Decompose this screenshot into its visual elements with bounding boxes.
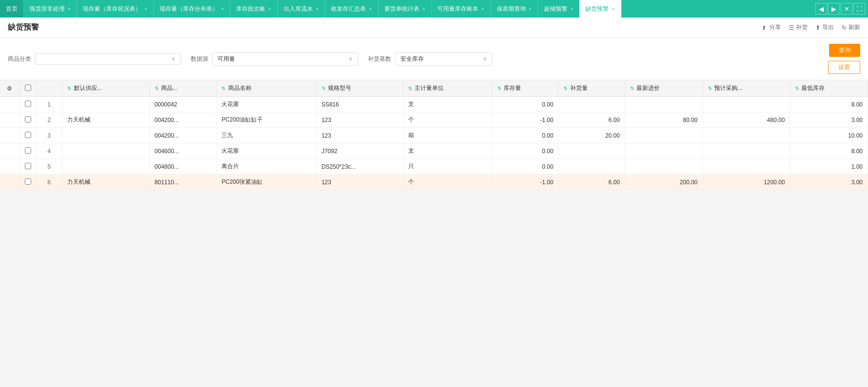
th-stock[interactable]: ⇅ 库存量 [492, 80, 559, 97]
table-row: 4004600...火花塞J7092支0.008.00 [0, 143, 868, 159]
replenish-base-select[interactable]: 安全库存 ∨ [395, 53, 492, 66]
th-checkbox[interactable] [19, 80, 36, 97]
th-spec[interactable]: ⇅ 规格型号 [316, 80, 403, 97]
td-product-code: 004200... [149, 128, 217, 143]
td-checkbox[interactable] [19, 159, 36, 175]
datasource-select[interactable]: 可用量 ∨ [212, 53, 358, 66]
nav-next-button[interactable]: ▶ [828, 3, 840, 15]
td-min-stock: 10.00 [790, 128, 868, 143]
replenish-icon: ☰ [789, 24, 794, 31]
td-estimated-purchase [703, 159, 790, 175]
th-default-supplier-label: 默认供应... [74, 85, 102, 91]
category-select[interactable]: ∨ [35, 53, 181, 65]
td-checkbox[interactable] [19, 128, 36, 143]
nav-tab-shortage-label: 缺货预警 [585, 5, 609, 13]
nav-tab-inout-flow-close[interactable]: × [316, 6, 319, 12]
td-spec: 123 [316, 128, 403, 143]
table-row: 3004200...三九123箱0.0020.0010.00 [0, 128, 868, 143]
td-checkbox[interactable] [19, 175, 36, 190]
row-checkbox[interactable] [25, 147, 31, 154]
nav-tab-expiry-close[interactable]: × [529, 6, 532, 12]
sort-spec-icon: ⇅ [322, 86, 326, 91]
td-gear [0, 175, 19, 190]
sort-min-stock-icon: ⇅ [795, 86, 799, 91]
nav-tab-inout-flow-label: 出入库流水 [284, 5, 313, 13]
th-unit[interactable]: ⇅ 主计量单位 [403, 80, 492, 97]
refresh-button[interactable]: ↻ 刷新 [842, 23, 860, 32]
query-button[interactable]: 查询 [829, 44, 860, 57]
nav-tab-recv-summary[interactable]: 收发存汇总表 × [325, 0, 378, 18]
header-actions: ⮭ 分享 ☰ 补货 ⬆ 导出 ↻ 刷新 [761, 23, 860, 32]
td-replenish-qty [559, 97, 625, 112]
td-latest-price: 200.00 [625, 175, 703, 190]
td-checkbox[interactable] [19, 97, 36, 112]
nav-tab-inventory-status-close[interactable]: × [144, 6, 147, 12]
row-checkbox[interactable] [25, 132, 31, 138]
td-product-name: PC200油缸缸子 [217, 112, 316, 128]
nav-tab-batch-account-close[interactable]: × [268, 6, 271, 12]
nav-tab-batch-account[interactable]: 库存批次账 × [230, 0, 277, 18]
nav-tab-recv-summary-label: 收发存汇总表 [331, 5, 366, 13]
share-button[interactable]: ⮭ 分享 [761, 23, 781, 32]
replenish-label: 补货 [796, 23, 808, 32]
sort-replenish-icon: ⇅ [563, 86, 567, 91]
th-latest-price[interactable]: ⇅ 最新进价 [625, 80, 703, 97]
nav-prev-button[interactable]: ◀ [815, 3, 827, 15]
nav-tab-recv-summary-close[interactable]: × [369, 6, 372, 12]
td-checkbox[interactable] [19, 143, 36, 159]
nav-tab-inventory-status-label: 现存量（库存状况表） [83, 5, 141, 13]
nav-close-button[interactable]: ✕ [841, 3, 852, 15]
nav-tab-inventory-status[interactable]: 现存量（库存状况表） × [77, 0, 153, 18]
th-gear[interactable]: ⚙ [0, 80, 19, 97]
row-checkbox[interactable] [25, 101, 31, 107]
td-min-stock: 8.00 [790, 143, 868, 159]
th-replenish-qty[interactable]: ⇅ 补货量 [559, 80, 625, 97]
th-min-stock-label: 最低库存 [801, 85, 825, 91]
row-checkbox[interactable] [25, 116, 31, 123]
nav-tab-shortage-close[interactable]: × [612, 6, 615, 12]
td-latest-price [625, 159, 703, 175]
td-row-num: 1 [36, 97, 62, 112]
td-row-num: 2 [36, 112, 62, 128]
settings-button[interactable]: 设置 [828, 61, 860, 74]
th-product-name[interactable]: ⇅ 商品名称 [217, 80, 316, 97]
td-replenish-qty [559, 159, 625, 175]
replenish-base-chevron-icon: ∨ [483, 55, 487, 62]
td-stock: -1.00 [492, 112, 559, 128]
th-min-stock[interactable]: ⇅ 最低库存 [790, 80, 868, 97]
th-default-supplier[interactable]: ⇅ 默认供应... [62, 80, 149, 97]
nav-tab-exception-close[interactable]: × [68, 6, 71, 12]
th-estimated-purchase[interactable]: ⇅ 预计采购... [703, 80, 790, 97]
td-row-num: 3 [36, 128, 62, 143]
nav-tab-inout-flow[interactable]: 出入库流水 × [278, 0, 325, 18]
nav-tab-home[interactable]: 首页 [0, 0, 24, 18]
nav-tab-inventory-dist[interactable]: 现存量（库存分布表） × [154, 0, 230, 18]
row-checkbox[interactable] [25, 178, 31, 185]
td-min-stock: 3.00 [790, 175, 868, 190]
nav-tab-available-ledger-close[interactable]: × [481, 6, 484, 12]
nav-tab-inventory-dist-close[interactable]: × [221, 6, 224, 12]
nav-tab-order-stat[interactable]: 要货单统计表 × [379, 0, 432, 18]
select-all-checkbox[interactable] [25, 85, 31, 91]
nav-tab-available-ledger[interactable]: 可用量库存账本 × [432, 0, 490, 18]
nav-tab-order-stat-close[interactable]: × [422, 6, 425, 12]
row-checkbox[interactable] [25, 163, 31, 169]
th-product-code[interactable]: ⇅ 商品... [149, 80, 217, 97]
td-min-stock: 1.00 [790, 159, 868, 175]
sort-name-icon: ⇅ [221, 86, 225, 91]
nav-tab-overstock[interactable]: 超储预警 × [538, 0, 579, 18]
td-spec: DS250*23c... [316, 159, 403, 175]
td-unit: 个 [403, 112, 492, 128]
td-unit: 只 [403, 159, 492, 175]
nav-tab-shortage[interactable]: 缺货预警 × [579, 0, 621, 18]
td-checkbox[interactable] [19, 112, 36, 128]
nav-fullscreen-button[interactable]: ⛶ [853, 3, 865, 15]
td-spec: 123 [316, 175, 403, 190]
export-button[interactable]: ⬆ 导出 [815, 23, 834, 32]
replenish-button[interactable]: ☰ 补货 [789, 23, 808, 32]
nav-tab-expiry[interactable]: 保质期查询 × [491, 0, 538, 18]
nav-tab-exception[interactable]: 拣货异常处理 × [24, 0, 77, 18]
top-nav: 首页 拣货异常处理 × 现存量（库存状况表） × 现存量（库存分布表） × 库存… [0, 0, 868, 18]
nav-tab-overstock-close[interactable]: × [570, 6, 573, 12]
th-replenish-qty-label: 补货量 [570, 85, 588, 91]
